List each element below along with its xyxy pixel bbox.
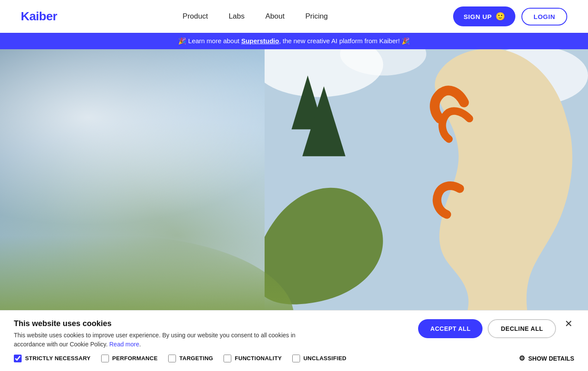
cookie-bottom-row: STRICTLY NECESSARY PERFORMANCE TARGETING… [14,354,574,362]
nav-actions: SIGN UP 🙂 LOGIN [453,6,567,26]
login-button[interactable]: LOGIN [521,8,567,25]
checkbox-unclassified[interactable]: UNCLASSIFIED [292,355,347,362]
decline-all-button[interactable]: DECLINE ALL [488,319,556,338]
checkbox-strictly-necessary[interactable]: STRICTLY NECESSARY [14,355,91,362]
announcement-prefix: 🎉 Learn more about [178,37,241,44]
announcement-suffix: , the new creative AI platform from Kaib… [279,37,409,44]
cookie-action-buttons: ACCEPT ALL DECLINE ALL [418,319,556,338]
checkbox-functionality[interactable]: FUNCTIONALITY [224,355,282,362]
read-more-link[interactable]: Read more [109,341,139,348]
nav-link-product[interactable]: Product [182,12,208,20]
navbar: Kaiber Product Labs About Pricing SIGN U… [0,0,588,33]
nav-link-labs[interactable]: Labs [229,12,245,20]
cookie-close-button[interactable]: ✕ [563,319,574,329]
superstudio-link[interactable]: Superstudio [241,37,279,44]
checkbox-targeting-input[interactable] [168,355,176,362]
accept-all-button[interactable]: ACCEPT ALL [418,319,483,338]
checkbox-targeting[interactable]: TARGETING [168,355,213,362]
cookie-top-row: This website uses cookies This website u… [14,319,574,349]
checkbox-unclassified-input[interactable] [292,355,300,362]
signup-button[interactable]: SIGN UP 🙂 [453,6,515,26]
show-details-button[interactable]: ⚙ SHOW DETAILS [519,354,574,362]
cookie-description: This website uses cookies to improve use… [14,331,308,349]
checkbox-performance[interactable]: PERFORMANCE [101,355,158,362]
cookie-title: This website uses cookies [14,319,418,328]
smiley-icon: 🙂 [495,12,505,21]
logo[interactable]: Kaiber [21,10,57,23]
checkbox-functionality-input[interactable] [224,355,231,362]
checkbox-performance-input[interactable] [101,355,109,362]
cookie-content: This website uses cookies This website u… [14,319,418,349]
nav-links: Product Labs About Pricing [182,12,328,21]
cookie-checkboxes: STRICTLY NECESSARY PERFORMANCE TARGETING… [14,355,346,362]
gear-icon: ⚙ [519,354,525,362]
nav-link-about[interactable]: About [265,12,284,20]
announcement-banner: 🎉 Learn more about Superstudio, the new … [0,33,588,49]
cookie-banner: This website uses cookies This website u… [0,310,588,371]
nav-link-pricing[interactable]: Pricing [305,12,328,20]
checkbox-strictly-input[interactable] [14,355,22,362]
